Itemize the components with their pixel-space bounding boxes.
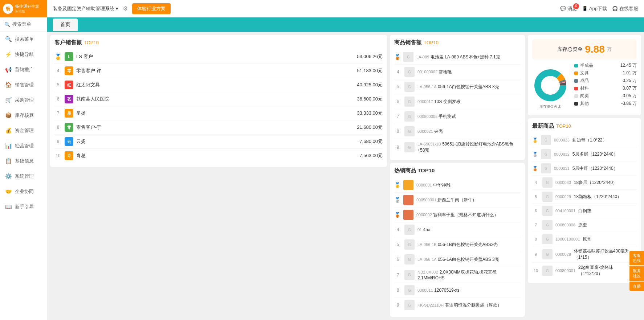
product-name: 056-1A白色按键开关盖ABS 3壳 (438, 257, 499, 262)
inventory-title-text: 库存总资金 (557, 46, 583, 53)
customer-name: LS 客户 (76, 53, 354, 60)
sidebar-nav-item-0[interactable]: 🔍搜索菜单 (0, 32, 47, 47)
sales-product-row: 5 G LA-056-1A 056-1A白色按键开关盖ABS 3壳 (394, 79, 521, 94)
product-code: 001000002 (417, 70, 437, 74)
rank-num: 7 (532, 223, 539, 227)
sidebar-nav-item-5[interactable]: 📦库存核算 (0, 108, 47, 123)
nav-label-9: 系统管理 (15, 173, 34, 180)
product-info: NB2.0X30B 2.0X30MM双搓花轴,搓花直径2.1MM/ROHS (417, 269, 521, 280)
nav-icon-6: 💰 (5, 127, 12, 134)
trial-button[interactable]: 体验行业方案 (132, 3, 171, 14)
phone-icon: 📱 (582, 6, 588, 11)
customer-amount: 7,680.00元 (359, 138, 383, 145)
customer-avatar: 肖 (65, 151, 73, 160)
product-thumb: G (542, 266, 553, 276)
system-title: 装备及固定资产辅助管理系统 (53, 5, 114, 12)
product-name: 22g鱼豆腐-烧烤味（1*12*20） (578, 264, 637, 277)
product-info: LA-056-1B 056-1B白色按键开关壳ABS2壳 (417, 242, 521, 248)
product-code: LA-056-1A (417, 85, 437, 89)
sidebar-nav-item-11[interactable]: 📖新手引导 (0, 199, 47, 214)
product-info: LA-056-1A 056-1A白色按键开关盖ABS 3壳 (417, 84, 521, 90)
rank-num: 5 (394, 242, 402, 247)
page-body: 客户销售额 TOP10 🥇 L LS 客户 53,006.26元 4 零 零售客… (47, 32, 644, 320)
sidebar-nav-item-8[interactable]: 📋基础信息 (0, 153, 47, 169)
logo-text-area: 畅捷通好生意 标准版 (15, 4, 39, 14)
product-name: 12070519-xs (434, 288, 459, 293)
sidebar-nav-item-1[interactable]: ⚡快捷导航 (0, 47, 47, 62)
message-button[interactable]: 💬 消息 6 (560, 5, 577, 12)
customer-amount: 40,925.00元 (357, 82, 383, 88)
customer-name: 云扬 (76, 138, 356, 145)
customer-avatar: 苍 (65, 95, 73, 103)
sidebar-nav-item-7[interactable]: 📊经营管理 (0, 138, 47, 153)
sidebar-nav-item-6[interactable]: 💰资金管理 (0, 123, 47, 138)
rank-num: 6 (54, 97, 62, 102)
nav-label-1: 快捷导航 (15, 51, 34, 58)
search-label: 搜索菜单 (12, 21, 31, 28)
product-code: 0000032 (554, 152, 570, 156)
sidebar-nav-item-10[interactable]: 🤝企业协同 (0, 184, 47, 199)
message-icon: 💬 (560, 6, 566, 11)
product-code: 0000001 (416, 183, 432, 187)
product-code: 0000011 (417, 288, 433, 292)
sales-product-row: 🥉 G LA-089 电池盖 LA-089 ABS本色+黑种 7.1克 (394, 50, 521, 65)
logo-title: 畅捷通好生意 (15, 4, 39, 9)
product-thumb: G (541, 163, 551, 173)
product-code: 0000021 (417, 129, 433, 134)
sidebar-nav-item-2[interactable]: 📢营销推广 (0, 62, 47, 77)
customer-top-label: TOP10 (84, 40, 99, 45)
rank-medal: 🥉 (532, 166, 538, 171)
rank-medal: 🥈 (394, 197, 400, 203)
product-code: 0000002 (416, 213, 432, 217)
product-name: 新西兰牛肉（新牛） (437, 197, 477, 202)
nav-icon-7: 📊 (5, 143, 12, 149)
product-name: 中华神雕 (433, 182, 451, 188)
search-menu-item[interactable]: 🔍 搜索菜单 (0, 17, 47, 32)
product-thumb: G (404, 126, 415, 136)
sales-product-row: 6 G 0000017 10S 变刹罗猴 (394, 94, 521, 109)
hot-product-row: 5 G LA-056-1B 056-1B白色按键开关壳ABS2壳 (394, 237, 521, 252)
nav-items-container: 🔍搜索菜单⚡快捷导航📢营销推广🏠销售管理🛒采购管理📦库存核算💰资金管理📊经营管理… (0, 32, 47, 214)
legend-value: 1.01 万 (623, 70, 637, 76)
legend-dot (574, 87, 578, 90)
product-code: 10000100001 (555, 237, 580, 241)
online-service-button[interactable]: 🎧 在线客服 (612, 5, 638, 12)
rank-num: 4 (394, 227, 402, 232)
rank-num: 9 (532, 252, 539, 257)
legend-value: 0.25 万 (623, 78, 637, 84)
float-service-btn[interactable]: 客服热线 (629, 251, 644, 266)
sidebar-nav-item-4[interactable]: 🛒采购管理 (0, 93, 47, 108)
customer-section-title: 客户销售额 TOP10 (54, 39, 383, 46)
product-name: 原堂 (583, 236, 637, 242)
system-title-dropdown[interactable]: 装备及固定资产辅助管理系统 ▾ (53, 5, 118, 12)
rank-num: 5 (394, 84, 402, 89)
settings-icon[interactable]: ⚙ (123, 5, 128, 12)
sidebar-nav-item-3[interactable]: 🏠销售管理 (0, 77, 47, 93)
product-thumb: G (404, 225, 415, 235)
inventory-unit: 万 (607, 46, 612, 53)
rank-num: 6 (532, 209, 539, 213)
nav-label-0: 搜索菜单 (15, 36, 34, 42)
tab-home[interactable]: 首页 (53, 19, 78, 31)
app-download-button[interactable]: 📱 App下载 (582, 5, 607, 12)
product-name: 056-1A白色按键开关盖ABS 3壳 (438, 84, 499, 89)
right-panel: 库存总资金 9.88 万 (528, 32, 644, 320)
customer-list: 🥇 L LS 客户 53,006.26元 4 零 零售客户-许 51,183.0… (54, 50, 383, 163)
float-community-btn[interactable]: 服务社区 (629, 266, 644, 281)
rank-num: 9 (394, 145, 402, 150)
customer-avatar: 云 (65, 137, 73, 146)
hot-products-title: 热销商品 TOP10 (394, 167, 521, 174)
rank-num: 6 (394, 99, 402, 104)
float-live-btn[interactable]: 直播 (629, 282, 644, 291)
product-thumb: G (404, 239, 415, 250)
product-code: LA-59651-1B (417, 142, 441, 146)
product-info: KK-SD22110H 花语萌恒温分腿睡袋（厚款） (417, 302, 521, 308)
rank-medal: 🥈 (532, 152, 538, 157)
product-thumb: G (542, 192, 553, 202)
rank-medal: 🥇 (394, 182, 400, 188)
product-thumb: G (541, 149, 551, 159)
customer-name: 零售客户-于 (76, 124, 354, 131)
product-name: 花语萌恒温分腿睡袋（厚款） (445, 303, 502, 308)
rank-num: 10 (532, 268, 539, 273)
sidebar-nav-item-9[interactable]: ⚙️系统管理 (0, 169, 47, 184)
